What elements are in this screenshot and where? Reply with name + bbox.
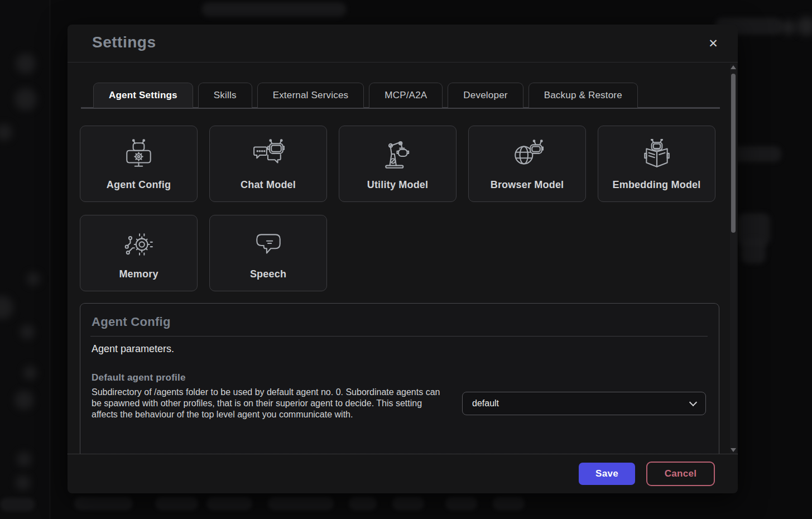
card-browser-model[interactable]: Browser Model	[468, 126, 586, 202]
blurred-panel-icon	[741, 239, 766, 263]
blurred-chip	[268, 497, 334, 510]
blurred-sidebar-icon	[23, 366, 37, 379]
blurred-topbar-icon	[797, 17, 812, 36]
section-title: Agent Config	[92, 315, 171, 329]
blurred-chip	[392, 497, 424, 510]
card-chat-model[interactable]: Chat Model	[209, 126, 327, 202]
robot-book-icon	[641, 139, 673, 174]
select-value: default	[472, 398, 499, 409]
agent-config-section: Agent Config Agent parameters. Default a…	[80, 303, 719, 454]
modal-footer: Save Cancel	[68, 454, 738, 493]
modal-header: Settings ✕	[68, 25, 738, 63]
card-label: Utility Model	[367, 179, 429, 191]
card-label: Browser Model	[491, 179, 564, 191]
modal-body: Agent Settings Skills External Services …	[68, 63, 738, 454]
card-embedding-model[interactable]: Embedding Model	[598, 126, 715, 202]
chat-robot-icon	[252, 139, 285, 174]
blurred-chip	[493, 497, 525, 510]
blurred-sidebar-icon	[15, 391, 33, 410]
blurred-chip	[445, 497, 477, 510]
section-divider	[90, 336, 708, 337]
tab-bar: Agent Settings Skills External Services …	[93, 83, 638, 108]
blurred-chip	[206, 497, 252, 510]
card-agent-config[interactable]: Agent Config	[80, 126, 198, 202]
scroll-down-icon[interactable]	[731, 448, 736, 452]
tab-developer[interactable]: Developer	[448, 83, 523, 108]
scrollbar[interactable]	[730, 64, 737, 454]
scrollbar-thumb[interactable]	[731, 74, 736, 233]
blurred-chip	[74, 497, 133, 510]
tab-backup-restore[interactable]: Backup & Restore	[528, 83, 638, 108]
robot-arm-icon	[382, 139, 414, 174]
tab-skills[interactable]: Skills	[198, 83, 252, 108]
tab-external-services[interactable]: External Services	[257, 83, 364, 108]
tab-mcp-a2a[interactable]: MCP/A2A	[369, 83, 443, 108]
card-label: Chat Model	[241, 179, 296, 191]
blurred-chip	[349, 497, 377, 510]
scroll-up-icon[interactable]	[731, 65, 736, 69]
card-utility-model[interactable]: Utility Model	[339, 126, 457, 202]
robot-gear-icon	[123, 139, 155, 174]
blurred-sidebar-icon	[16, 54, 36, 74]
chevron-down-icon	[689, 398, 697, 406]
modal-title: Settings	[92, 33, 156, 51]
card-memory[interactable]: Memory	[80, 215, 198, 291]
blurred-sidebar-icon	[20, 325, 35, 339]
blurred-sidebar-icon	[15, 88, 37, 110]
default-agent-profile-select[interactable]: default	[462, 392, 706, 415]
background-sidebar	[0, 0, 50, 519]
globe-robot-icon	[511, 139, 544, 174]
field-label-default-agent-profile: Default agent profile	[92, 372, 186, 383]
tab-agent-settings[interactable]: Agent Settings	[93, 83, 193, 108]
field-description: Subdirectory of /agents folder to be use…	[92, 387, 445, 420]
cancel-button[interactable]: Cancel	[646, 462, 715, 486]
settings-card-grid: Agent Config Chat Model	[80, 126, 731, 291]
speech-bubble-icon	[252, 228, 285, 263]
blurred-top-text	[202, 2, 346, 17]
section-subtitle: Agent parameters.	[92, 343, 174, 355]
card-label: Embedding Model	[613, 179, 701, 191]
save-button[interactable]: Save	[579, 463, 635, 485]
settings-modal: Settings ✕ Agent Settings Skills Externa…	[68, 25, 738, 493]
blurred-chip	[0, 498, 35, 511]
close-icon[interactable]: ✕	[705, 36, 721, 51]
blurred-topbar-icon	[781, 20, 796, 35]
circuit-gear-icon	[123, 228, 155, 263]
blurred-sidebar-icon	[17, 452, 31, 467]
blurred-chip	[155, 497, 198, 510]
card-label: Speech	[250, 268, 286, 280]
card-label: Agent Config	[107, 179, 171, 191]
blurred-sidebar-icon	[16, 475, 30, 490]
card-speech[interactable]: Speech	[209, 215, 327, 291]
blurred-sidebar-icon	[27, 272, 40, 286]
card-label: Memory	[119, 268, 158, 280]
